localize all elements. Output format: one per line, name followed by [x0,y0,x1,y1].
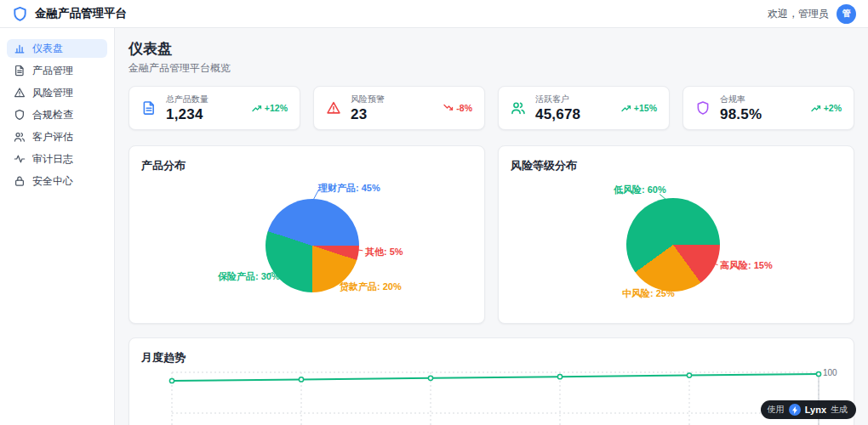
file-text-icon [141,100,157,116]
charts-row: 产品分布 理财产品: 45% 其他: 5% 贷款产品: 20% 保险产品: 30… [128,145,854,324]
sidebar-item-customers[interactable]: 客户评估 [7,128,107,146]
lynx-logo-icon [789,404,801,416]
stat-card-risk-alerts: 风险预警 23 -8% [313,86,485,130]
stat-trend: +12% [252,103,288,113]
stats-row: 总产品数量 1,234 +12% 风险预警 23 [128,86,854,130]
main-content: 仪表盘 金融产品管理平台概览 总产品数量 1,234 +12% [115,28,868,425]
stat-trend: +15% [621,103,657,113]
pie-label: 贷款产品: 20% [340,280,402,293]
users-icon [511,100,526,116]
bar-chart-icon [14,42,26,54]
users-icon [14,131,26,143]
stat-trend: +2% [811,103,842,113]
stat-card-compliance-rate: 合规率 98.5% +2% [682,86,854,130]
sidebar-item-label: 审计日志 [32,152,73,167]
stat-label: 合规率 [720,94,762,105]
sidebar-item-label: 安全中心 [32,174,73,189]
sidebar-item-label: 客户评估 [32,130,73,144]
trending-up-icon [621,104,631,112]
pie-label: 高风险: 15% [720,259,773,272]
badge-prefix: 使用 [768,404,785,416]
sidebar-item-products[interactable]: 产品管理 [7,61,107,80]
user-avatar[interactable]: 管 [837,4,856,24]
stat-value: 98.5% [720,106,762,123]
shield-icon [14,109,26,121]
sidebar-item-risk[interactable]: 风险管理 [7,83,107,102]
badge-brand: Lynx [805,405,826,415]
alert-triangle-icon [14,87,26,99]
shield-icon [695,100,711,116]
product-distribution-card: 产品分布 理财产品: 45% 其他: 5% 贷款产品: 20% 保险产品: 30… [128,145,485,324]
file-icon [14,65,26,76]
monthly-trend-line-chart [129,338,855,425]
page-subtitle: 金融产品管理平台概览 [128,61,854,75]
stat-value: 23 [351,106,385,123]
sidebar-item-security[interactable]: 安全中心 [7,172,107,190]
pie-label: 理财产品: 45% [318,182,380,195]
stat-label: 活跃客户 [535,94,580,105]
sidebar-item-label: 风险管理 [32,86,73,100]
activity-icon [14,153,26,165]
lock-icon [14,175,26,187]
risk-level-pie [626,198,720,292]
y-axis-tick-label: 100 [823,368,837,377]
pie-label: 保险产品: 30% [218,270,280,283]
sidebar-item-compliance[interactable]: 合规检查 [7,105,107,124]
app-title: 金融产品管理平台 [35,6,127,21]
panel-title: 产品分布 [141,158,472,173]
app-brand: 金融产品管理平台 [12,6,127,22]
stat-card-active-customers: 活跃客户 45,678 +15% [498,86,670,130]
shield-logo-icon [12,6,28,22]
stat-trend: -8% [443,103,472,113]
risk-level-distribution-card: 风险等级分布 低风险: 60% 高风险: 15% 中风险: 25% [498,145,854,324]
sidebar-item-dashboard[interactable]: 仪表盘 [7,39,107,58]
pie-label: 其他: 5% [365,246,403,258]
pie-label: 中风险: 25% [622,287,675,300]
stat-label: 总产品数量 [166,94,208,105]
welcome-text: 欢迎，管理员 [768,7,829,21]
panel-title: 风险等级分布 [511,158,842,173]
sidebar-item-audit[interactable]: 审计日志 [7,150,107,168]
badge-suffix: 生成 [831,404,848,416]
alert-triangle-icon [326,100,341,116]
trending-up-icon [811,104,821,112]
sidebar: 仪表盘 产品管理 风险管理 合规检查 客户评估 审计日志 [0,28,115,425]
sidebar-item-label: 仪表盘 [32,42,63,56]
lynx-attribution-badge[interactable]: 使用 Lynx 生成 [761,400,856,419]
trending-down-icon [443,104,454,112]
stat-label: 风险预警 [351,94,385,105]
sidebar-item-label: 产品管理 [32,64,73,78]
pie-label: 低风险: 60% [614,184,666,196]
stat-value: 1,234 [166,106,208,123]
monthly-trend-card: 月度趋势 100 [128,337,854,425]
stat-card-total-products: 总产品数量 1,234 +12% [128,86,300,130]
page-title: 仪表盘 [128,40,854,59]
app-header: 金融产品管理平台 欢迎，管理员 管 [0,0,868,28]
stat-value: 45,678 [535,106,580,123]
trending-up-icon [252,104,262,112]
sidebar-item-label: 合规检查 [32,108,73,122]
